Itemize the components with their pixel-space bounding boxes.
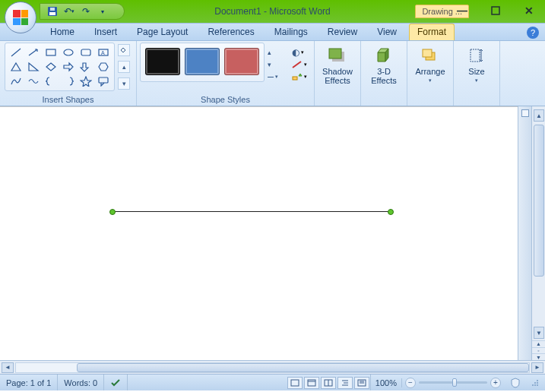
change-shape-button[interactable]: ▾ [292,71,312,82]
tab-insert[interactable]: Insert [87,24,125,40]
save-button[interactable] [46,5,59,17]
group-3d-effects: 3-D Effects [361,41,407,106]
shape-brace2-icon[interactable] [60,74,77,88]
browse-object-button[interactable]: ◦ [532,347,545,354]
svg-line-5 [29,49,37,55]
resize-handle-right[interactable] [388,209,394,215]
shape-roundrect-icon[interactable] [78,46,94,59]
selected-line-shape[interactable] [111,210,392,213]
style-swatch-2[interactable] [185,48,220,75]
shape-wave-icon[interactable] [25,74,42,88]
word-count[interactable]: Words: 0 [58,375,104,390]
size-button[interactable]: Size ▾ [457,43,496,84]
resize-handle-left[interactable] [109,209,116,215]
prev-page-button[interactable]: ▲ [532,340,545,347]
svg-point-7 [64,49,73,55]
shape-textbox-icon[interactable]: A [95,46,112,59]
window-title: Document1 - Microsoft Word [214,6,331,17]
shape-rect-icon[interactable] [43,46,59,59]
tab-references[interactable]: References [200,24,261,40]
tab-format[interactable]: Format [409,24,455,40]
print-layout-view-button[interactable] [287,377,303,389]
horizontal-scrollbar[interactable]: ◄ ► [0,360,545,374]
tab-review[interactable]: Review [320,24,365,40]
ruler-toggle-button[interactable] [521,109,529,117]
shapes-scroll-up[interactable]: ▴ [118,61,130,73]
scroll-right-button[interactable]: ► [531,362,543,373]
tab-mailings[interactable]: Mailings [267,24,315,40]
svg-rect-8 [81,49,90,55]
status-resize-grip[interactable] [528,378,542,388]
svg-rect-2 [50,8,55,11]
shapes-more-button[interactable]: ▾ [118,77,130,90]
styles-row-down[interactable]: ▾ [268,59,287,70]
proofing-button[interactable] [104,375,128,390]
scroll-up-button[interactable]: ▲ [534,109,544,122]
vertical-scroll-thumb[interactable] [534,125,544,277]
page-indicator[interactable]: Page: 1 of 1 [0,375,58,390]
shapes-gallery[interactable]: A [5,43,115,91]
zoom-level[interactable]: 100% [375,378,402,387]
document-canvas[interactable] [0,106,518,360]
shape-triangle-icon[interactable] [8,60,24,74]
web-layout-view-button[interactable] [321,377,336,389]
zoom-slider[interactable] [419,381,487,384]
cube-icon [372,46,395,65]
style-gallery[interactable] [140,43,265,82]
vertical-ruler [518,106,531,360]
styles-more-button[interactable]: ▾ [268,71,287,82]
3d-effects-button[interactable]: 3-D Effects [364,43,404,85]
quick-access-toolbar: ↶▾ ↷ ▾ [40,3,125,20]
outline-view-button[interactable] [337,377,353,389]
vertical-scrollbar[interactable]: ▲ ▼ ▲ ◦ ▼ [531,106,545,360]
shape-fill-button[interactable]: ◐▾ [292,47,312,58]
zoom-slider-thumb[interactable] [452,378,457,387]
shape-outline-button[interactable]: ▾ [292,59,312,70]
shape-darrow-icon[interactable] [78,60,94,74]
dropdown-icon: ▾ [429,77,432,84]
redo-button[interactable]: ↷ [80,5,92,17]
edit-shape-button[interactable] [118,44,130,56]
shape-arrow-icon[interactable] [25,46,42,59]
shape-rtriangle-icon[interactable] [25,60,42,74]
arrange-button[interactable]: Arrange ▾ [410,43,450,84]
svg-point-34 [534,384,536,386]
undo-button[interactable]: ↶▾ [63,5,75,17]
draft-view-button[interactable] [354,377,369,389]
shape-callout-icon[interactable] [95,74,112,88]
zoom-in-button[interactable]: + [490,378,501,388]
shadow-effects-button[interactable]: Shadow Effects [318,43,357,85]
tab-view[interactable]: View [369,24,404,40]
next-page-button[interactable]: ▼ [532,353,545,360]
shape-line-icon[interactable] [8,46,24,59]
horizontal-scroll-track[interactable] [15,362,530,373]
help-button[interactable]: ? [527,27,539,39]
tab-page-layout[interactable]: Page Layout [129,24,195,40]
styles-row-up[interactable]: ▴ [268,47,287,58]
svg-rect-3 [492,7,499,14]
shape-hex-icon[interactable] [95,60,112,74]
shape-oval-icon[interactable] [60,46,77,59]
horizontal-scroll-thumb[interactable] [77,363,529,372]
style-swatch-1[interactable] [145,48,180,75]
group-insert-shapes: A ▴ ▾ Insert Shapes [0,41,137,106]
office-button[interactable] [5,2,36,33]
close-button[interactable]: ✕ [518,3,540,18]
zoom-out-button[interactable]: − [405,378,416,388]
scroll-left-button[interactable]: ◄ [2,362,14,373]
svg-rect-14 [329,49,341,58]
qat-customize-button[interactable]: ▾ [97,5,109,17]
shape-diamond-icon[interactable] [43,60,59,74]
shape-star-icon[interactable] [78,74,94,88]
scroll-down-button[interactable]: ▼ [534,327,544,339]
tab-home[interactable]: Home [43,24,82,40]
full-screen-view-button[interactable] [304,377,319,389]
shape-curve-icon[interactable] [8,74,24,88]
shape-rarrow-icon[interactable] [60,60,77,74]
macro-security-icon[interactable] [509,378,522,388]
maximize-button[interactable] [484,3,507,18]
group-size: Size ▾ [454,41,500,106]
minimize-button[interactable]: — [451,3,474,18]
style-swatch-3[interactable] [224,48,259,75]
shape-brace-icon[interactable] [43,74,59,88]
